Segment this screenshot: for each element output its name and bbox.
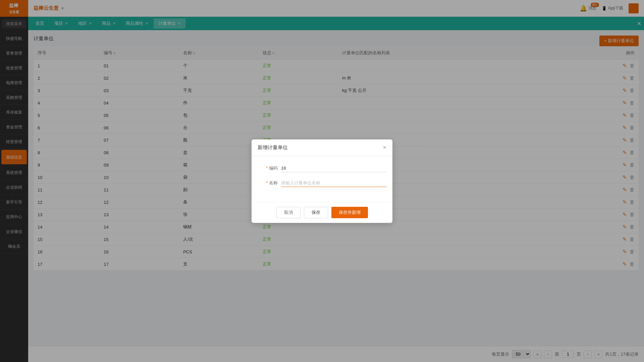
code-form-row: 编码 <box>258 164 386 172</box>
name-label: 名称 <box>258 180 278 186</box>
modal-overlay: 新增计量单位 × 编码 名称 取消 保存 保存并新增 <box>0 0 644 362</box>
add-unit-modal: 新增计量单位 × 编码 名称 取消 保存 保存并新增 <box>252 139 392 223</box>
modal-footer: 取消 保存 保存并新增 <box>252 202 392 223</box>
modal-title: 新增计量单位 <box>258 144 288 151</box>
code-label: 编码 <box>258 165 278 171</box>
name-input[interactable] <box>281 179 386 187</box>
code-input[interactable] <box>281 164 386 172</box>
cancel-button[interactable]: 取消 <box>276 207 301 218</box>
modal-close-button[interactable]: × <box>383 144 386 151</box>
save-and-new-button[interactable]: 保存并新增 <box>331 207 368 218</box>
save-button[interactable]: 保存 <box>304 207 328 218</box>
name-form-row: 名称 <box>258 179 386 187</box>
modal-body: 编码 名称 <box>252 156 392 202</box>
modal-header: 新增计量单位 × <box>252 139 392 156</box>
